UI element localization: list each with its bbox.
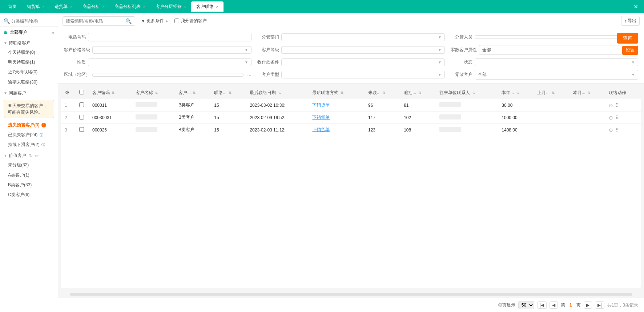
row3-contact-icon[interactable]: ⊙ (609, 127, 613, 133)
sidebar-item-declining[interactable]: 持续下滑客户(2) ⓘ (0, 140, 58, 150)
sidebar-item-class-c[interactable]: C类客户(6) (0, 190, 58, 200)
sidebar: 🔍 ⊞ 全部客户 « ▼ 待联络客户 今天待联络(0) 明天待联络(1) 近7天… (0, 13, 58, 312)
grade-select[interactable]: ▼ (281, 46, 445, 54)
sidebar-item-class-b[interactable]: B类客户(33) (0, 180, 58, 190)
value-refresh-icon[interactable]: ↻ (29, 153, 33, 158)
row3-more-icon[interactable]: ⠿ (615, 127, 619, 133)
next-page-button[interactable]: ▶ (584, 301, 592, 309)
area-select[interactable] (92, 73, 243, 77)
tab-analysis-close[interactable]: × (102, 4, 104, 9)
sidebar-item-today-pending[interactable]: 今天待联络(0) (0, 48, 58, 57)
person-select[interactable] (475, 35, 630, 39)
zero-attr-select[interactable]: 全部▼ (479, 45, 638, 55)
tab-home[interactable]: 首页 (3, 1, 22, 12)
sidebar-collapse-button[interactable]: « (51, 30, 54, 36)
value-edit-icon[interactable]: ✏ (35, 153, 39, 158)
sidebar-item-class-a[interactable]: A类客户(1) (0, 170, 58, 180)
query-button[interactable]: 查询 (617, 33, 638, 44)
customer-type-select[interactable]: ▼ (281, 71, 445, 78)
tab-customer-tier-label: 客户分层经营 (156, 4, 182, 10)
tab-customer-contact[interactable]: 客户联络 × (191, 1, 223, 12)
row3-select-checkbox[interactable] (79, 127, 84, 132)
name-sort-icon[interactable]: ⇅ (155, 91, 158, 95)
this-month-sort-icon[interactable]: ⇅ (587, 91, 590, 95)
row1-last-method: 下销货单 (309, 99, 365, 112)
row1-select-checkbox[interactable] (79, 102, 84, 107)
area-label: 区域（地区） (64, 72, 90, 78)
contact-person-sort-icon[interactable]: ⇅ (472, 91, 475, 95)
row1-checkbox (76, 99, 89, 112)
window-close-button[interactable]: ✕ (631, 3, 641, 10)
export-button[interactable]: ↑ 导出 (621, 16, 640, 26)
first-page-button[interactable]: |◀ (537, 301, 547, 309)
my-customers-checkbox[interactable] (174, 19, 179, 23)
main-search-icon[interactable]: 🔍 (125, 18, 132, 24)
filter-phone-row: 电话号码 (64, 33, 251, 41)
row2-last-date: 2023-02-09 19:52: (246, 112, 309, 124)
th-last-method: 最后联络方式 ⇅ (309, 86, 365, 99)
phone-input[interactable] (88, 33, 251, 41)
payment-select[interactable]: ▼ (281, 58, 445, 66)
settings-button[interactable]: 设置 (622, 46, 638, 55)
tab-analysis-list-close[interactable]: × (143, 4, 145, 9)
sidebar-search-input[interactable] (11, 19, 58, 24)
row3-customer-type: B类客户 (175, 124, 210, 136)
dept-select[interactable]: ▼ (281, 33, 445, 41)
sidebar-item-ungrouped[interactable]: 未分组(32) (0, 160, 58, 170)
th-last-month: 上月... ⇅ (534, 86, 569, 99)
main-search-input[interactable] (66, 19, 124, 24)
tab-customer-contact-close[interactable]: × (216, 4, 218, 9)
tab-analysis[interactable]: 商品分析 × (77, 1, 109, 12)
sidebar-group-problem-title[interactable]: ▼ 问题客户 (0, 89, 58, 98)
more-filters-button[interactable]: ▼ 更多条件 ▲ (138, 16, 172, 25)
row2-more-icon[interactable]: ⠿ (615, 115, 619, 121)
filter-zero-attr-row: 零散客户属性 全部▼ 设置 (451, 45, 638, 55)
last-page-button[interactable]: ▶| (595, 301, 604, 309)
code-sort-icon[interactable]: ⇅ (112, 91, 114, 95)
search-bar: 🔍 ▼ 更多条件 ▲ 我分管的客户 ↑ 导出 (58, 13, 644, 29)
row2-contact-icon[interactable]: ⊙ (609, 115, 613, 121)
price-grade-select[interactable]: ▼ (92, 46, 251, 54)
customer-type-sort-icon[interactable]: ⇅ (193, 91, 196, 95)
tab-analysis-list[interactable]: 商品分析列表 × (109, 1, 150, 12)
sidebar-group-problem: ▼ 问题客户 90天未交易的客户，可能有流失风险。 流失预警客户(3) ! 已流… (0, 89, 58, 150)
area-dots[interactable]: ··· (247, 72, 251, 78)
sidebar-item-tomorrow-pending[interactable]: 明天待联络(1) (0, 57, 58, 67)
sidebar-item-churn-warning[interactable]: 流失预警客户(3) ! (0, 120, 58, 130)
nature-select[interactable]: ▼ (88, 58, 251, 66)
row1-more-icon[interactable]: ⠿ (615, 102, 619, 108)
tab-sales-close[interactable]: × (42, 4, 44, 9)
row1-contact-icon[interactable]: ⊙ (609, 102, 613, 108)
per-page-select[interactable]: 50 (518, 301, 534, 309)
table-settings-gear[interactable]: ⚙ (65, 89, 69, 96)
row2-select-checkbox[interactable] (79, 115, 84, 119)
last-month-sort-icon[interactable]: ⇅ (552, 91, 555, 95)
price-grade-arrow: ▼ (245, 48, 248, 52)
contact-count-sort-icon[interactable]: ⇅ (229, 91, 232, 95)
tab-customer-tier-close[interactable]: × (184, 4, 186, 9)
tab-purchase-close[interactable]: × (70, 4, 72, 9)
last-date-sort-icon[interactable]: ⇅ (278, 91, 281, 95)
customer-table: ⚙ 客户编码 ⇅ 客户名称 ⇅ (61, 86, 641, 136)
sidebar-item-7day-pending[interactable]: 近7天待联络(0) (0, 67, 58, 77)
tab-sales[interactable]: 销货单 × (22, 1, 49, 12)
tab-purchase[interactable]: 进货单 × (49, 1, 77, 12)
prev-page-button[interactable]: ◀ (550, 301, 558, 309)
sidebar-item-churned[interactable]: 已流失客户(24) ⓘ (0, 130, 58, 140)
horizontal-scrollbar[interactable] (70, 293, 632, 296)
zero-customer-select[interactable]: 全部▼ (475, 70, 638, 80)
tab-customer-tier[interactable]: 客户分层经营 × (150, 1, 191, 12)
sidebar-group-pending-title[interactable]: ▼ 待联络客户 (0, 39, 58, 48)
select-all-checkbox[interactable] (79, 90, 84, 94)
overdue-sort-icon[interactable]: ⇅ (418, 91, 421, 95)
this-year-sort-icon[interactable]: ⇅ (516, 91, 519, 95)
last-method-sort-icon[interactable]: ⇅ (341, 91, 343, 95)
problem-tooltip: 90天未交易的客户，可能有流失风险。 (4, 100, 54, 118)
row2-num: 2 (61, 112, 76, 124)
status-select[interactable]: ▼ (475, 58, 638, 66)
no-contact-sort-icon[interactable]: ⇅ (382, 91, 385, 95)
person-label: 分管人员 (451, 34, 472, 40)
sidebar-group-value-title[interactable]: ▼ 价值客户 ↻ ✏ (0, 151, 58, 160)
filter-area-row: 区域（地区） ··· (64, 70, 251, 80)
sidebar-item-overdue-pending[interactable]: 逾期未联络(30) (0, 77, 58, 87)
